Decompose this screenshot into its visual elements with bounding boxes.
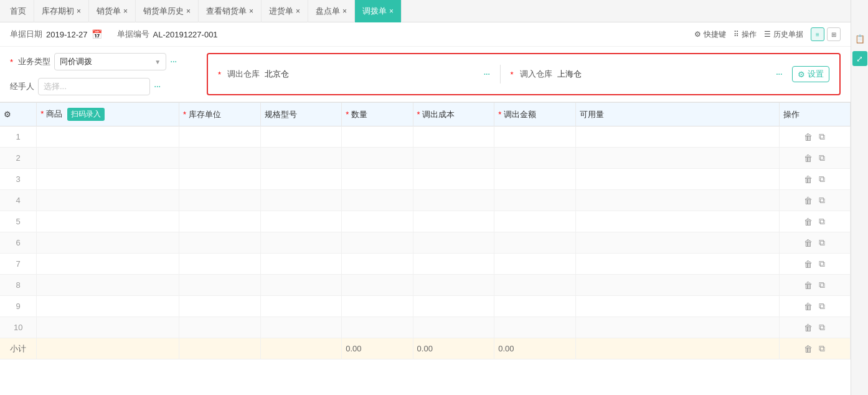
row-unit-7[interactable]: [179, 254, 260, 275]
delete-row-4-button[interactable]: 🗑: [803, 194, 814, 207]
row-qty-5[interactable]: [342, 211, 413, 232]
row-qty-4[interactable]: [342, 190, 413, 211]
row-amount-9[interactable]: [494, 296, 576, 317]
business-type-select[interactable]: 同价调拨 ▼: [54, 53, 166, 70]
row-qty-10[interactable]: [342, 317, 413, 338]
row-qty-3[interactable]: [342, 169, 413, 190]
row-qty-1[interactable]: [342, 126, 413, 148]
settings-button[interactable]: ⚙ 设置: [792, 66, 829, 82]
sidebar-notes-icon[interactable]: 📋: [852, 31, 867, 46]
row-product-5[interactable]: [37, 211, 179, 232]
row-spec-7[interactable]: [260, 254, 342, 275]
row-spec-1[interactable]: [260, 126, 342, 148]
row-cost-6[interactable]: [413, 232, 494, 254]
tab-view-sales[interactable]: 查看销货单 ×: [199, 0, 262, 22]
row-qty-9[interactable]: [342, 296, 413, 317]
agent-more-button[interactable]: ···: [154, 81, 160, 92]
copy-row-7-button[interactable]: ⧉: [818, 257, 826, 270]
row-unit-3[interactable]: [179, 169, 260, 190]
delete-row-2-button[interactable]: 🗑: [803, 152, 814, 164]
row-product-1[interactable]: [37, 126, 179, 148]
tab-inventory-check[interactable]: 盘点单 ×: [308, 0, 355, 22]
row-cost-8[interactable]: [413, 275, 494, 296]
warehouse-out-more-button[interactable]: ···: [483, 69, 489, 80]
row-qty-6[interactable]: [342, 232, 413, 254]
subtotal-delete-button[interactable]: 🗑: [803, 343, 814, 355]
row-amount-2[interactable]: [494, 148, 576, 169]
delete-row-9-button[interactable]: 🗑: [803, 300, 814, 313]
copy-row-4-button[interactable]: ⧉: [818, 194, 826, 207]
copy-row-2-button[interactable]: ⧉: [818, 151, 826, 164]
row-cost-10[interactable]: [413, 317, 494, 338]
tab-inventory-start[interactable]: 库存期初 ×: [34, 0, 89, 22]
row-spec-6[interactable]: [260, 232, 342, 254]
row-product-4[interactable]: [37, 190, 179, 211]
row-product-3[interactable]: [37, 169, 179, 190]
row-spec-8[interactable]: [260, 275, 342, 296]
history-button[interactable]: ☰ 历史单据: [764, 29, 803, 40]
row-spec-5[interactable]: [260, 211, 342, 232]
subtotal-copy-button[interactable]: ⧉: [818, 342, 826, 355]
tab-sales-history[interactable]: 销货单历史 ×: [136, 0, 199, 22]
row-unit-8[interactable]: [179, 275, 260, 296]
delete-row-5-button[interactable]: 🗑: [803, 216, 814, 228]
agent-select[interactable]: 选择...: [38, 78, 150, 95]
layout-grid-button[interactable]: ⊞: [827, 27, 841, 41]
row-amount-6[interactable]: [494, 232, 576, 254]
row-qty-8[interactable]: [342, 275, 413, 296]
copy-row-10-button[interactable]: ⧉: [818, 321, 826, 334]
tab-purchase[interactable]: 进货单 ×: [262, 0, 308, 22]
warehouse-in-more-button[interactable]: ···: [776, 69, 782, 80]
row-cost-5[interactable]: [413, 211, 494, 232]
shortcuts-button[interactable]: ⚙ 快捷键: [694, 29, 726, 40]
copy-row-9-button[interactable]: ⧉: [818, 300, 826, 313]
close-tab-sales-order[interactable]: ×: [123, 7, 128, 16]
operations-button[interactable]: ⠿ 操作: [734, 29, 757, 40]
row-cost-7[interactable]: [413, 254, 494, 275]
row-unit-5[interactable]: [179, 211, 260, 232]
close-tab-sales-history[interactable]: ×: [186, 7, 191, 16]
copy-row-1-button[interactable]: ⧉: [818, 130, 826, 143]
tab-home[interactable]: 首页: [2, 0, 34, 22]
layout-list-button[interactable]: ≡: [811, 27, 824, 41]
sidebar-expand-icon[interactable]: ⤢: [852, 51, 867, 66]
table-container[interactable]: ⚙ * 商品 扫码录入 * 库存单位 规格型号 *: [0, 102, 851, 395]
row-amount-7[interactable]: [494, 254, 576, 275]
delete-row-1-button[interactable]: 🗑: [803, 131, 814, 143]
row-cost-4[interactable]: [413, 190, 494, 211]
row-cost-9[interactable]: [413, 296, 494, 317]
row-spec-2[interactable]: [260, 148, 342, 169]
delete-row-3-button[interactable]: 🗑: [803, 173, 814, 186]
close-tab-inventory-check[interactable]: ×: [342, 7, 347, 16]
business-type-more-button[interactable]: ···: [170, 56, 176, 67]
row-unit-6[interactable]: [179, 232, 260, 254]
row-amount-8[interactable]: [494, 275, 576, 296]
row-amount-4[interactable]: [494, 190, 576, 211]
copy-row-6-button[interactable]: ⧉: [818, 236, 826, 249]
row-product-2[interactable]: [37, 148, 179, 169]
gear-icon[interactable]: ⚙: [4, 110, 11, 119]
row-product-6[interactable]: [37, 232, 179, 254]
copy-row-3-button[interactable]: ⧉: [818, 173, 826, 186]
row-amount-5[interactable]: [494, 211, 576, 232]
row-cost-3[interactable]: [413, 169, 494, 190]
copy-row-5-button[interactable]: ⧉: [818, 215, 826, 228]
row-cost-1[interactable]: [413, 126, 494, 148]
tab-sales-order[interactable]: 销货单 ×: [89, 0, 136, 22]
row-product-7[interactable]: [37, 254, 179, 275]
row-spec-3[interactable]: [260, 169, 342, 190]
row-product-10[interactable]: [37, 317, 179, 338]
row-qty-2[interactable]: [342, 148, 413, 169]
row-spec-9[interactable]: [260, 296, 342, 317]
row-cost-2[interactable]: [413, 148, 494, 169]
calendar-icon[interactable]: 📅: [92, 29, 102, 39]
row-unit-2[interactable]: [179, 148, 260, 169]
delete-row-8-button[interactable]: 🗑: [803, 279, 814, 292]
scan-button[interactable]: 扫码录入: [67, 108, 105, 121]
row-spec-4[interactable]: [260, 190, 342, 211]
row-amount-3[interactable]: [494, 169, 576, 190]
row-spec-10[interactable]: [260, 317, 342, 338]
row-product-9[interactable]: [37, 296, 179, 317]
delete-row-6-button[interactable]: 🗑: [803, 237, 814, 249]
row-unit-9[interactable]: [179, 296, 260, 317]
